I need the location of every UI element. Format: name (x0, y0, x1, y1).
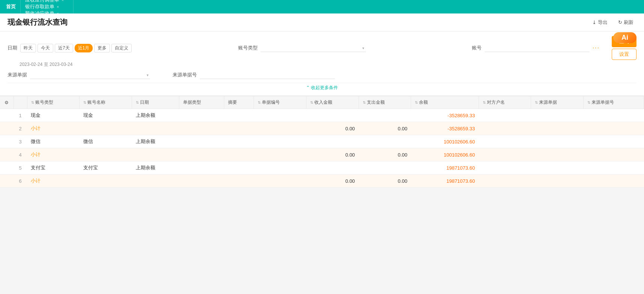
sort-icon-11: ⇅ (587, 100, 590, 104)
collapse-bar[interactable]: ⌃ 收起更多条件 (8, 83, 636, 93)
date-btn-近1月[interactable]: 近1月 (75, 44, 93, 52)
sort-icon-10: ⇅ (535, 100, 538, 104)
row-type-0: 现金 (27, 109, 80, 122)
row-doc-type-0 (179, 109, 224, 122)
account-type-filter: 账号类型 ▾ (238, 44, 366, 52)
row-source-doc-4 (531, 161, 584, 175)
row-source-doc-0 (531, 109, 584, 122)
table-header-row: ⚙ ⇅账号类型 ⇅账号名称 ⇅日期 单据类型 摘要 ⇅单据编号 ⇅收入金额 ⇅支… (0, 96, 644, 109)
table-row-1: 2小计0.000.00-3528659.33 (0, 122, 644, 135)
row-balance-5: 19871073.60 (411, 175, 479, 188)
row-source-doc-1 (531, 122, 584, 135)
sort-icon-2: ⇅ (136, 100, 139, 104)
row-expense-0 (359, 109, 411, 122)
sort-icon-9: ⇅ (483, 100, 486, 104)
row-doc-no-1 (254, 122, 306, 135)
row-gear-2 (0, 135, 14, 148)
row-source-doc-3 (531, 148, 584, 161)
account-ellipsis-button[interactable]: ··· (593, 45, 600, 51)
collapse-label: 收起更多条件 (311, 85, 338, 90)
row-date-1 (132, 122, 179, 135)
export-button[interactable]: ⤓ 导出 (589, 18, 611, 27)
sort-icon-0: ⇅ (31, 100, 34, 104)
row-num-4: 5 (14, 161, 27, 175)
row-doc-type-5 (179, 175, 224, 188)
row-counterpart-5 (479, 175, 531, 188)
export-icon: ⤓ (592, 19, 596, 25)
account-type-input[interactable] (261, 44, 366, 52)
row-source-doc-no-4 (584, 161, 644, 175)
row-counterpart-1 (479, 122, 531, 135)
row-gear-1 (0, 122, 14, 135)
page-header: 现金银行流水查询 ⤓ 导出 ↻ 刷新 Ai (0, 13, 644, 31)
date-shortcuts: 昨天今天近7天近1月更多自定义 (20, 44, 132, 52)
row-income-3: 0.00 (306, 148, 359, 161)
row-num-3: 4 (14, 148, 27, 161)
nav-tab-3[interactable]: 应收应付调整单× (21, 0, 74, 3)
row-doc-no-3 (254, 148, 306, 161)
th-account-type[interactable]: ⇅账号类型 (27, 96, 80, 109)
row-summary-4 (224, 161, 254, 175)
row-date-4: 上期余额 (132, 161, 179, 175)
table-row-0: 1现金现金上期余额-3528659.33 (0, 109, 644, 122)
table-row-4: 5支付宝支付宝上期余额19871073.60 (0, 161, 644, 175)
row-name-4: 支付宝 (80, 161, 132, 175)
date-btn-昨天[interactable]: 昨天 (20, 44, 36, 52)
settings-button[interactable]: 设置 (612, 49, 636, 60)
source-doc-no-input[interactable] (200, 71, 335, 79)
row-doc-type-4 (179, 161, 224, 175)
sort-icon-6: ⇅ (310, 100, 313, 104)
row-gear-0 (0, 109, 14, 122)
row-gear-4 (0, 161, 14, 175)
row-type-1: 小计 (27, 122, 80, 135)
th-source-doc[interactable]: ⇅来源单据 (531, 96, 584, 109)
account-input[interactable] (485, 44, 590, 52)
source-doc-no-label: 来源单据号 (173, 72, 197, 78)
row-date-0: 上期余额 (132, 109, 179, 122)
date-btn-今天[interactable]: 今天 (38, 44, 53, 52)
page-title: 现金银行流水查询 (8, 17, 68, 27)
row-num-2: 3 (14, 135, 27, 148)
row-date-5 (132, 175, 179, 188)
table-settings-col[interactable]: ⚙ (0, 96, 14, 109)
row-counterpart-2 (479, 135, 531, 148)
row-expense-4 (359, 161, 411, 175)
row-type-2: 微信 (27, 135, 80, 148)
nav-tab-4[interactable]: 银行存取款单× (21, 3, 74, 10)
ai-badge[interactable]: Ai (613, 32, 636, 43)
tab-close-icon-3[interactable]: × (62, 0, 64, 2)
source-doc-select-wrapper: ▾ (30, 71, 150, 79)
top-navigation: 首页 收款单×付款单×其他收入单×应收应付调整单×银行存取款单×预收冲应收单×收… (0, 0, 644, 13)
th-balance[interactable]: ⇅余额 (411, 96, 479, 109)
table-body: 1现金现金上期余额-3528659.332小计0.000.00-3528659.… (0, 109, 644, 188)
nav-home[interactable]: 首页 (2, 0, 21, 13)
table-row-5: 6小计0.000.0019871073.60 (0, 175, 644, 188)
row-doc-type-2 (179, 135, 224, 148)
th-date[interactable]: ⇅日期 (132, 96, 179, 109)
date-btn-更多[interactable]: 更多 (94, 44, 110, 52)
th-income[interactable]: ⇅收入金额 (306, 96, 359, 109)
source-doc-input[interactable] (30, 71, 150, 79)
th-account-name[interactable]: ⇅账号名称 (80, 96, 132, 109)
account-filter: 账号 ··· (472, 44, 600, 52)
refresh-icon: ↻ (618, 19, 622, 25)
th-expense[interactable]: ⇅支出金额 (359, 96, 411, 109)
filter-row-2: 来源单据 ▾ 来源单据号 (8, 71, 636, 79)
date-btn-自定义[interactable]: 自定义 (111, 44, 132, 52)
row-expense-1: 0.00 (359, 122, 411, 135)
nav-tab-5[interactable]: 预收冲应收单× (21, 10, 74, 13)
row-name-2: 微信 (80, 135, 132, 148)
row-expense-2 (359, 135, 411, 148)
th-doc-no[interactable]: ⇅单据编号 (254, 96, 306, 109)
th-counterpart[interactable]: ⇅对方户名 (479, 96, 531, 109)
row-gear-5 (0, 175, 14, 188)
refresh-button[interactable]: ↻ 刷新 (615, 18, 636, 27)
sort-icon-5: ⇅ (258, 100, 261, 104)
th-source-doc-no[interactable]: ⇅来源单据号 (584, 96, 644, 109)
row-type-4: 支付宝 (27, 161, 80, 175)
date-btn-近7天[interactable]: 近7天 (55, 44, 73, 52)
row-counterpart-0 (479, 109, 531, 122)
tab-close-icon-4[interactable]: × (57, 4, 59, 9)
sort-icon-7: ⇅ (363, 100, 366, 104)
nav-tabs: 收款单×付款单×其他收入单×应收应付调整单×银行存取款单×预收冲应收单×收款核销… (21, 0, 74, 13)
